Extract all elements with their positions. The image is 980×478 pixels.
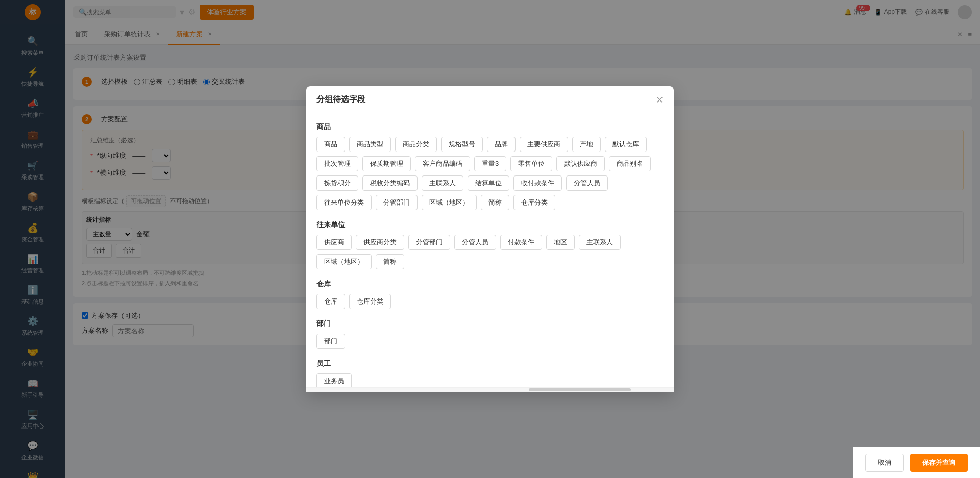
field-tag-1-6[interactable]: 主联系人: [579, 235, 621, 250]
field-tag-0-5[interactable]: 主要供应商: [520, 137, 568, 152]
field-tag-0-23[interactable]: 区域（地区）: [422, 195, 477, 210]
field-tag-1-4[interactable]: 付款条件: [500, 235, 542, 250]
field-tag-0-8[interactable]: 批次管理: [316, 156, 358, 171]
field-tag-0-17[interactable]: 主联系人: [422, 175, 463, 191]
field-tag-0-6[interactable]: 产地: [572, 137, 601, 152]
field-tag-3-0[interactable]: 部门: [316, 334, 345, 349]
field-tag-1-3[interactable]: 分管人员: [454, 235, 496, 250]
modal-title: 分组待选字段: [316, 94, 365, 105]
field-tag-0-13[interactable]: 默认供应商: [556, 156, 605, 171]
field-tag-1-5[interactable]: 地区: [546, 235, 575, 250]
section-title-3: 部门: [316, 319, 664, 329]
field-tags-4: 业务员: [316, 373, 664, 387]
field-tag-0-15[interactable]: 拣货积分: [316, 175, 358, 191]
field-tag-0-0[interactable]: 商品: [316, 137, 345, 152]
modal-header: 分组待选字段 ✕: [306, 86, 674, 114]
field-tag-0-1[interactable]: 商品类型: [349, 137, 391, 152]
field-section-2: 仓库仓库仓库分类: [316, 280, 664, 309]
field-tag-0-7[interactable]: 默认仓库: [605, 137, 647, 152]
field-tag-0-19[interactable]: 收付款条件: [513, 175, 562, 191]
modal-body: 商品商品商品类型商品分类规格型号品牌主要供应商产地默认仓库批次管理保质期管理客户…: [306, 114, 674, 387]
modal-scroll-bottom: [306, 387, 674, 392]
save-button[interactable]: 保存并查询: [910, 454, 968, 472]
field-tags-0: 商品商品类型商品分类规格型号品牌主要供应商产地默认仓库批次管理保质期管理客户商品…: [316, 137, 664, 210]
section-title-2: 仓库: [316, 280, 664, 289]
modal-backdrop[interactable]: 分组待选字段 ✕ 商品商品商品类型商品分类规格型号品牌主要供应商产地默认仓库批次…: [0, 0, 980, 478]
horizontal-scrollbar-thumb[interactable]: [529, 388, 631, 391]
section-title-4: 员工: [316, 359, 664, 368]
field-tag-4-0[interactable]: 业务员: [316, 373, 352, 387]
field-tag-0-24[interactable]: 简称: [481, 195, 509, 210]
field-tags-1: 供应商供应商分类分管部门分管人员付款条件地区主联系人区域（地区）简称: [316, 235, 664, 269]
field-section-3: 部门部门: [316, 319, 664, 349]
modal-close-button[interactable]: ✕: [656, 94, 664, 106]
field-tag-0-11[interactable]: 重量3: [474, 156, 506, 171]
field-tag-1-8[interactable]: 简称: [376, 254, 404, 269]
footer-buttons: 取消 保存并查询: [853, 447, 980, 478]
section-title-1: 往来单位: [316, 220, 664, 230]
cancel-button[interactable]: 取消: [865, 454, 904, 472]
field-tag-0-10[interactable]: 客户商品编码: [415, 156, 470, 171]
field-tag-0-22[interactable]: 分管部门: [376, 195, 418, 210]
field-section-0: 商品商品商品类型商品分类规格型号品牌主要供应商产地默认仓库批次管理保质期管理客户…: [316, 122, 664, 210]
field-tag-0-2[interactable]: 商品分类: [395, 137, 437, 152]
field-tag-0-3[interactable]: 规格型号: [441, 137, 483, 152]
field-tag-0-25[interactable]: 仓库分类: [513, 195, 555, 210]
field-tag-0-20[interactable]: 分管人员: [566, 175, 608, 191]
field-tags-2: 仓库仓库分类: [316, 294, 664, 309]
field-tag-0-21[interactable]: 往来单位分类: [316, 195, 372, 210]
field-tag-0-16[interactable]: 税收分类编码: [362, 175, 418, 191]
field-tag-1-2[interactable]: 分管部门: [408, 235, 450, 250]
section-title-0: 商品: [316, 122, 664, 132]
field-tag-0-9[interactable]: 保质期管理: [362, 156, 411, 171]
field-tag-0-12[interactable]: 零售单位: [510, 156, 552, 171]
field-tag-1-0[interactable]: 供应商: [316, 235, 352, 250]
field-tag-2-1[interactable]: 仓库分类: [349, 294, 391, 309]
field-tag-0-14[interactable]: 商品别名: [609, 156, 651, 171]
field-tag-0-4[interactable]: 品牌: [487, 137, 516, 152]
modal: 分组待选字段 ✕ 商品商品商品类型商品分类规格型号品牌主要供应商产地默认仓库批次…: [306, 86, 674, 392]
field-tag-1-1[interactable]: 供应商分类: [356, 235, 404, 250]
field-tag-0-18[interactable]: 结算单位: [468, 175, 509, 191]
field-tags-3: 部门: [316, 334, 664, 349]
field-section-4: 员工业务员: [316, 359, 664, 387]
field-tag-2-0[interactable]: 仓库: [316, 294, 345, 309]
field-section-1: 往来单位供应商供应商分类分管部门分管人员付款条件地区主联系人区域（地区）简称: [316, 220, 664, 269]
field-tag-1-7[interactable]: 区域（地区）: [316, 254, 372, 269]
